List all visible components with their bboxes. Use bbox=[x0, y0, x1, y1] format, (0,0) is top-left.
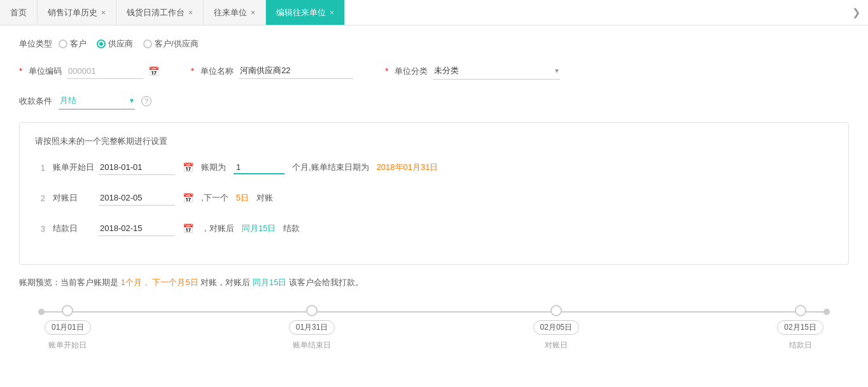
period-label-3: 结款日 bbox=[53, 223, 91, 234]
period-reconcile-highlight: 5日 bbox=[236, 192, 249, 204]
preview-suffix: 该客户会给我打款。 bbox=[289, 278, 363, 287]
tab-cash-daily[interactable]: 钱货日清工作台 × bbox=[116, 0, 204, 25]
tab-sales-label: 销售订单历史 bbox=[48, 7, 97, 18]
tab-partners-close-icon[interactable]: × bbox=[251, 8, 255, 17]
timeline-node-1-date: 01月01日 bbox=[45, 320, 91, 335]
radio-both[interactable]: 客户/供应商 bbox=[143, 38, 199, 50]
period-suffix-2b: 对账 bbox=[256, 192, 273, 204]
tab-partners-label: 往来单位 bbox=[214, 7, 247, 18]
payment-condition-select[interactable]: 月结 ▾ bbox=[59, 92, 135, 109]
payment-condition-help-icon[interactable]: ? bbox=[141, 96, 151, 106]
timeline-nodes: 01月01日 账单开始日 01月31日 账单结束日 02月05日 对账日 02月… bbox=[45, 305, 823, 351]
radio-supplier[interactable]: 供应商 bbox=[97, 38, 133, 50]
timeline-node-4: 02月15日 结款日 bbox=[777, 305, 823, 351]
timeline-node-2-date: 01月31日 bbox=[289, 320, 335, 335]
timeline-node-4-label: 结款日 bbox=[789, 340, 812, 351]
period-label-2: 对账日 bbox=[53, 192, 91, 204]
timeline-node-4-circle bbox=[795, 305, 806, 316]
period-num-3: 3 bbox=[35, 224, 45, 234]
radio-both-label: 客户/供应商 bbox=[155, 38, 199, 50]
content-area: 单位类型 客户 供应商 客户/供应商 * 单位编码 📅 * 单位名称 bbox=[0, 25, 868, 387]
radio-customer-label: 客户 bbox=[70, 38, 87, 50]
period-month-input[interactable] bbox=[234, 161, 284, 174]
radio-supplier-label: 供应商 bbox=[108, 38, 133, 50]
payment-condition-label: 收款条件 bbox=[19, 95, 52, 107]
period-reconcile-date-input[interactable] bbox=[99, 190, 175, 206]
period-row-2: 2 对账日 📅 ,下一个 5日 对账 bbox=[35, 190, 833, 206]
period-row-1: 1 账单开始日 📅 账期为 个月,账单结束日期为 2018年01月31日 bbox=[35, 160, 833, 175]
period-suffix-after-1: 个月,账单结束日期为 bbox=[292, 162, 369, 173]
period-row-3: 3 结款日 📅 ，对账后 同月15日 结款 bbox=[35, 221, 833, 236]
period-settings-box: 请按照未来的一个完整帐期进行设置 1 账单开始日 📅 账期为 个月,账单结束日期… bbox=[19, 122, 849, 265]
unit-type-label: 单位类型 bbox=[19, 38, 52, 50]
tab-sales-close-icon[interactable]: × bbox=[101, 8, 106, 17]
unit-category-arrow-icon: ▾ bbox=[555, 66, 559, 75]
unit-type-row: 单位类型 客户 供应商 客户/供应商 bbox=[19, 38, 849, 50]
period-payment-highlight: 同月15日 bbox=[242, 223, 276, 234]
preview-middle: 对账，对账后 bbox=[200, 278, 250, 287]
timeline-node-2-label: 账单结束日 bbox=[293, 340, 331, 351]
unit-code-input[interactable] bbox=[67, 64, 143, 79]
unit-name-star: * bbox=[191, 66, 194, 76]
unit-name-input[interactable] bbox=[239, 64, 353, 79]
period-suffix-2a: ,下一个 bbox=[201, 192, 228, 204]
radio-both-circle bbox=[143, 39, 152, 48]
timeline-start-dot bbox=[38, 309, 45, 315]
payment-condition-arrow-icon: ▾ bbox=[130, 96, 134, 105]
period-start-calendar-icon[interactable]: 📅 bbox=[183, 162, 193, 172]
timeline-node-1: 01月01日 账单开始日 bbox=[45, 305, 91, 351]
unit-code-calendar-icon[interactable]: 📅 bbox=[148, 66, 159, 76]
timeline-node-2: 01月31日 账单结束日 bbox=[289, 305, 335, 351]
tab-sales-order-history[interactable]: 销售订单历史 × bbox=[38, 0, 116, 25]
timeline-node-1-label: 账单开始日 bbox=[48, 340, 87, 351]
unit-category-value: 未分类 bbox=[434, 65, 552, 76]
unit-name-group: * 单位名称 bbox=[191, 64, 353, 79]
payment-condition-value: 月结 bbox=[60, 95, 127, 106]
period-title: 请按照未来的一个完整帐期进行设置 bbox=[35, 136, 833, 147]
preview-part1: 1个月， bbox=[121, 278, 150, 287]
period-suffix-before-1: 账期为 bbox=[201, 162, 226, 173]
tab-cash-label: 钱货日清工作台 bbox=[127, 7, 185, 18]
timeline-node-3-date: 02月05日 bbox=[533, 320, 580, 335]
timeline-node-2-circle bbox=[306, 305, 318, 316]
unit-code-row: * 单位编码 📅 * 单位名称 * 单位分类 未分类 ▾ bbox=[19, 62, 849, 80]
tab-expand-button[interactable]: ❯ bbox=[844, 0, 868, 25]
preview-part3: 同月15日 bbox=[253, 278, 286, 287]
unit-code-group: * 单位编码 📅 bbox=[19, 64, 159, 79]
unit-name-label: 单位名称 bbox=[200, 66, 234, 77]
timeline-node-4-date: 02月15日 bbox=[777, 320, 823, 335]
unit-category-star: * bbox=[385, 66, 388, 76]
period-start-date-input[interactable] bbox=[99, 160, 175, 175]
period-suffix-3b: 结款 bbox=[283, 223, 300, 234]
period-suffix-3a: ，对账后 bbox=[201, 223, 234, 234]
tab-edit-partner-close-icon[interactable]: × bbox=[330, 8, 334, 17]
period-reconcile-calendar-icon[interactable]: 📅 bbox=[183, 193, 193, 203]
timeline-node-3-circle bbox=[550, 305, 562, 316]
preview-section: 账期预览：当前客户账期是 1个月， 下一个月5日 对账，对账后 同月15日 该客… bbox=[19, 275, 849, 290]
period-num-2: 2 bbox=[35, 194, 45, 203]
timeline-node-3: 02月05日 对账日 bbox=[533, 305, 580, 351]
tab-cash-close-icon[interactable]: × bbox=[188, 8, 193, 17]
radio-supplier-circle bbox=[97, 39, 106, 48]
radio-customer[interactable]: 客户 bbox=[59, 38, 87, 50]
payment-condition-row: 收款条件 月结 ▾ ? bbox=[19, 92, 849, 109]
tab-edit-partner[interactable]: 编辑往来单位 × bbox=[266, 0, 345, 25]
preview-part2: 下一个月5日 bbox=[152, 278, 198, 287]
preview-prefix: 账期预览：当前客户账期是 bbox=[19, 278, 118, 287]
period-payment-date-input[interactable] bbox=[99, 221, 175, 236]
unit-category-group: * 单位分类 未分类 ▾ bbox=[385, 62, 560, 80]
timeline-node-3-label: 对账日 bbox=[545, 340, 568, 351]
unit-category-label: 单位分类 bbox=[395, 66, 428, 77]
unit-code-label: 单位编码 bbox=[29, 66, 62, 77]
timeline-wrapper: 01月01日 账单开始日 01月31日 账单结束日 02月05日 对账日 02月… bbox=[19, 305, 849, 351]
period-payment-calendar-icon[interactable]: 📅 bbox=[183, 223, 193, 234]
tab-bar: 首页 销售订单历史 × 钱货日清工作台 × 往来单位 × 编辑往来单位 × ❯ bbox=[0, 0, 868, 25]
unit-type-radio-group: 客户 供应商 客户/供应商 bbox=[59, 38, 199, 50]
period-label-1: 账单开始日 bbox=[53, 162, 91, 173]
unit-category-select[interactable]: 未分类 ▾ bbox=[433, 62, 560, 80]
radio-customer-circle bbox=[59, 39, 67, 48]
tab-home[interactable]: 首页 bbox=[0, 0, 38, 25]
timeline-end-dot bbox=[823, 309, 830, 315]
tab-edit-partner-label: 编辑往来单位 bbox=[276, 7, 326, 18]
tab-partners[interactable]: 往来单位 × bbox=[204, 0, 266, 25]
